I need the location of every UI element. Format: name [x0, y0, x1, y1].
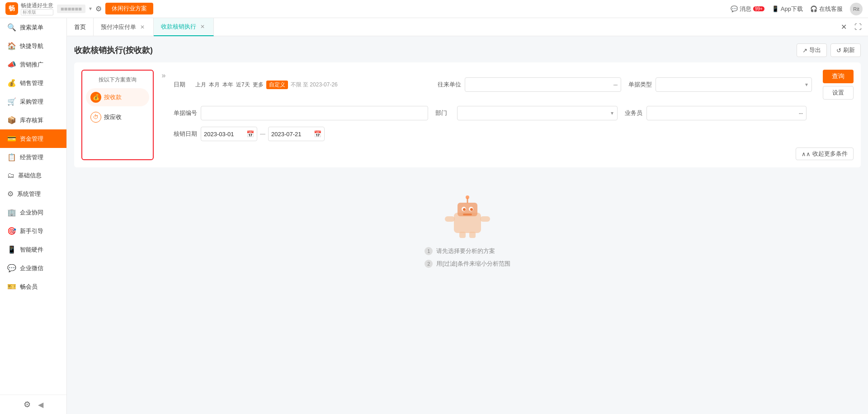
sidebar-item-system[interactable]: ⚙ 系统管理	[0, 185, 66, 203]
query-button[interactable]: 查询	[823, 70, 854, 83]
solution-button[interactable]: 休闲行业方案	[105, 3, 153, 14]
app-download-action[interactable]: 📱 App下载	[772, 5, 803, 13]
sidebar-item-finance[interactable]: 💳 资金管理	[0, 129, 66, 148]
empty-hints: 1 请先选择要分析的方案 2 用[过滤]条件来缩小分析范围	[425, 247, 510, 268]
calendar-end-icon[interactable]: 📅	[314, 130, 321, 138]
sidebar-item-operations[interactable]: 📋 经营管理	[0, 148, 66, 167]
query-actions: 查询 设置	[823, 70, 854, 100]
online-service-label: 在线客服	[819, 5, 843, 13]
export-button[interactable]: ↗ 导出	[797, 43, 827, 57]
sidebar-item-shortcuts[interactable]: 🏠 快捷导航	[0, 37, 66, 55]
date-label: 日期	[174, 81, 192, 89]
bill-type-field: 单据类型 ▾	[628, 77, 812, 92]
sidebar-item-purchase[interactable]: 🛒 采购管理	[0, 92, 66, 111]
dept-dropdown-icon[interactable]: ▾	[611, 110, 613, 116]
empty-hint-2: 2 用[过滤]条件来缩小分析范围	[425, 260, 510, 268]
sidebar-item-label: 销售管理	[20, 79, 43, 87]
empty-robot-illustration	[440, 195, 495, 240]
verify-date-start-input[interactable]	[204, 131, 245, 138]
tab-prepay[interactable]: 预付冲应付单 ✕	[94, 18, 154, 36]
sidebar-item-marketing[interactable]: 📣 营销推广	[0, 55, 66, 74]
date-custom[interactable]: 自定义	[266, 81, 288, 89]
marketing-icon: 📣	[7, 60, 16, 69]
sidebar-bottom: ⚙ ◀	[0, 395, 66, 414]
bill-no-label: 单据编号	[174, 109, 197, 117]
header-right: 💬 消息 99+ 📱 App下载 🎧 在线客服 Rit	[731, 3, 863, 15]
filter-fields: 日期 上月 本月 本年 近7天 更多 自定义 不限 至 2023-07-26	[174, 70, 854, 160]
bill-no-input[interactable]	[201, 106, 428, 120]
messages-label: 消息	[740, 5, 751, 13]
verify-date-start-wrap: 📅	[201, 127, 257, 141]
bill-type-dropdown-icon[interactable]: ▾	[805, 81, 808, 88]
sidebar-item-label: 采购管理	[20, 98, 43, 106]
avatar[interactable]: Rit	[850, 3, 863, 15]
collapse-filter-left-btn[interactable]: »	[159, 70, 168, 160]
verify-date-end-input[interactable]	[271, 131, 312, 138]
date-this-year[interactable]: 本年	[222, 81, 233, 89]
svg-point-12	[466, 195, 469, 199]
bill-type-label: 单据类型	[628, 81, 652, 89]
salesperson-more-btn[interactable]: ···	[798, 109, 802, 118]
sidebar-item-label: 企业微信	[20, 264, 43, 272]
sidebar-item-hardware[interactable]: 📱 智能硬件	[0, 240, 66, 259]
dropdown-icon[interactable]: ▾	[89, 5, 92, 12]
membership-icon: 🎫	[7, 282, 16, 291]
sidebar-item-membership[interactable]: 🎫 畅会员	[0, 277, 66, 296]
empty-state: 1 请先选择要分析的方案 2 用[过滤]条件来缩小分析范围	[74, 167, 861, 295]
date-no-limit: 不限 至 2023-07-26	[291, 81, 338, 89]
collapse-more-row: ∧∧ 收起更多条件	[174, 148, 854, 160]
sidebar: 🔍 搜索菜单 🏠 快捷导航 📣 营销推广 💰 销售管理 🛒 采购管理 📦 库存核…	[0, 18, 67, 414]
dept-field: 部门 ▾	[435, 106, 617, 120]
content-area: 首页 预付冲应付单 ✕ 收款核销执行 ✕ ✕ ⛶ 收款核销执行(按收款)	[67, 18, 868, 414]
home-icon: 🏠	[7, 42, 16, 50]
counterpart-more-btn[interactable]: ···	[613, 80, 617, 90]
tab-prepay-close[interactable]: ✕	[139, 24, 146, 31]
sidebar-item-label: 快捷导航	[20, 42, 43, 50]
filter-option-by-receivable[interactable]: ⏱ 按应收	[86, 108, 149, 126]
verify-date-end-wrap: 📅	[268, 127, 325, 141]
tab-maximize-btn[interactable]: ⛶	[852, 21, 864, 33]
sidebar-item-collab[interactable]: 🏢 企业协同	[0, 203, 66, 222]
message-badge: 99+	[753, 6, 764, 11]
sidebar-item-label: 企业协同	[20, 209, 43, 217]
sidebar-item-search[interactable]: 🔍 搜索菜单	[0, 18, 66, 37]
finance-icon: 💳	[7, 134, 16, 143]
hardware-icon: 📱	[7, 245, 16, 254]
setting-button[interactable]: 设置	[823, 86, 854, 100]
tab-close-btn[interactable]: ✕	[837, 21, 850, 33]
sidebar-settings-icon[interactable]: ⚙	[24, 400, 31, 409]
sidebar-item-label: 经营管理	[20, 153, 43, 162]
calendar-start-icon[interactable]: 📅	[246, 130, 254, 138]
tab-home[interactable]: 首页	[67, 18, 94, 36]
wechat-icon: 💬	[7, 264, 16, 272]
tab-receivable[interactable]: 收款核销执行 ✕	[154, 18, 214, 36]
sidebar-collapse-icon[interactable]: ◀	[38, 400, 43, 409]
sidebar-item-inventory[interactable]: 📦 库存核算	[0, 111, 66, 129]
date-more[interactable]: 更多	[253, 81, 264, 89]
svg-point-4	[463, 208, 466, 211]
date-last-month[interactable]: 上月	[195, 81, 206, 89]
inventory-icon: 📦	[7, 116, 16, 124]
filter-option-by-receipt[interactable]: 💰 按收款	[86, 88, 149, 106]
online-service-action[interactable]: 🎧 在线客服	[810, 5, 843, 13]
collapse-more-button[interactable]: ∧∧ 收起更多条件	[796, 148, 854, 160]
sales-icon: 💰	[7, 79, 16, 87]
sidebar-item-wechat[interactable]: 💬 企业微信	[0, 259, 66, 277]
filter-option-label: 按应收	[104, 113, 122, 121]
dept-label: 部门	[435, 109, 453, 117]
filter-row-3: 核销日期 📅 — 📅	[174, 127, 854, 141]
basic-info-icon: 🗂	[7, 171, 14, 180]
sidebar-item-basic-info[interactable]: 🗂 基础信息	[0, 167, 66, 185]
date-field: 日期 上月 本月 本年 近7天 更多 自定义 不限 至 2023-07-26	[174, 81, 430, 89]
date-7days[interactable]: 近7天	[236, 81, 250, 89]
date-this-month[interactable]: 本月	[209, 81, 220, 89]
filter-scheme-selector: 按以下方案查询 💰 按收款 ⏱ 按应收	[81, 70, 154, 160]
sidebar-item-sales[interactable]: 💰 销售管理	[0, 74, 66, 92]
settings-icon[interactable]: ⚙	[95, 5, 102, 13]
filter-panel: 按以下方案查询 💰 按收款 ⏱ 按应收 »	[74, 62, 861, 167]
messages-action[interactable]: 💬 消息 99+	[731, 5, 764, 13]
refresh-button[interactable]: ↺ 刷新	[830, 43, 861, 57]
header-app-name: ■■■■■■	[57, 5, 85, 13]
tab-receivable-close[interactable]: ✕	[199, 23, 206, 30]
sidebar-item-guide[interactable]: 🎯 新手引导	[0, 222, 66, 240]
